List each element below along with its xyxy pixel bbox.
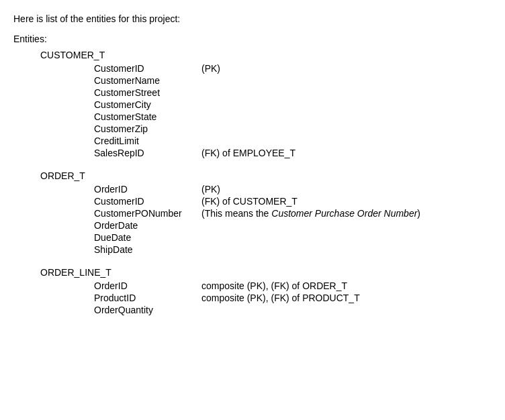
field-meta: (FK) of EMPLOYEE_T xyxy=(201,148,295,158)
field-name: CreditLimit xyxy=(94,136,201,146)
field-name: CustomerState xyxy=(94,111,201,122)
field-list: CustomerID(PK)CustomerNameCustomerStreet… xyxy=(94,63,492,158)
entity-block: CUSTOMER_TCustomerID(PK)CustomerNameCust… xyxy=(13,50,492,158)
field-meta: composite (PK), (FK) of ORDER_T xyxy=(201,280,347,291)
field-list: OrderID(PK)CustomerID(FK) of CUSTOMER_TC… xyxy=(94,184,492,255)
field-name: CustomerPONumber xyxy=(94,208,201,219)
field-name: CustomerName xyxy=(94,75,201,86)
entity-name: ORDER_T xyxy=(40,170,492,181)
field-name: CustomerCity xyxy=(94,99,201,110)
intro-text: Here is list of the entities for this pr… xyxy=(13,13,492,24)
field-name: OrderID xyxy=(94,184,201,195)
field-row: OrderDate xyxy=(94,220,492,231)
field-row: CustomerPONumber(This means the Customer… xyxy=(94,208,492,219)
field-meta: (FK) of CUSTOMER_T xyxy=(201,196,297,207)
entities-label: Entities: xyxy=(13,34,492,44)
field-list: OrderIDcomposite (PK), (FK) of ORDER_TPr… xyxy=(94,280,492,315)
field-name: OrderID xyxy=(94,280,201,291)
field-name: CustomerStreet xyxy=(94,87,201,98)
field-name: OrderDate xyxy=(94,220,201,231)
field-row: SalesRepID(FK) of EMPLOYEE_T xyxy=(94,148,492,158)
field-name: ProductID xyxy=(94,293,201,303)
field-row: CustomerState xyxy=(94,111,492,122)
field-name: SalesRepID xyxy=(94,148,201,158)
field-row: OrderIDcomposite (PK), (FK) of ORDER_T xyxy=(94,280,492,291)
field-meta: (PK) xyxy=(201,184,220,195)
field-row: OrderQuantity xyxy=(94,305,492,315)
field-row: ProductIDcomposite (PK), (FK) of PRODUCT… xyxy=(94,293,492,303)
entity-block: ORDER_TOrderID(PK)CustomerID(FK) of CUST… xyxy=(13,170,492,255)
field-meta-after: ) xyxy=(417,208,420,219)
field-row: OrderID(PK) xyxy=(94,184,492,195)
field-row: DueDate xyxy=(94,232,492,243)
field-row: CustomerCity xyxy=(94,99,492,110)
field-row: CustomerName xyxy=(94,75,492,86)
field-row: CustomerID(FK) of CUSTOMER_T xyxy=(94,196,492,207)
entities-container: CUSTOMER_TCustomerID(PK)CustomerNameCust… xyxy=(13,50,492,315)
field-row: CreditLimit xyxy=(94,136,492,146)
field-row: ShipDate xyxy=(94,244,492,255)
field-name: CustomerID xyxy=(94,63,201,74)
field-meta: (This means the Customer Purchase Order … xyxy=(201,208,420,219)
entity-block: ORDER_LINE_TOrderIDcomposite (PK), (FK) … xyxy=(13,267,492,315)
field-name: ShipDate xyxy=(94,244,201,255)
field-name: DueDate xyxy=(94,232,201,243)
field-meta-italic: Customer Purchase Order Number xyxy=(271,208,417,219)
entity-name: ORDER_LINE_T xyxy=(40,267,492,278)
field-row: CustomerID(PK) xyxy=(94,63,492,74)
field-row: CustomerZip xyxy=(94,123,492,134)
field-name: CustomerZip xyxy=(94,123,201,134)
field-name: CustomerID xyxy=(94,196,201,207)
entity-name: CUSTOMER_T xyxy=(40,50,492,60)
field-row: CustomerStreet xyxy=(94,87,492,98)
field-name: OrderQuantity xyxy=(94,305,201,315)
field-meta: (PK) xyxy=(201,63,220,74)
field-meta: composite (PK), (FK) of PRODUCT_T xyxy=(201,293,360,303)
